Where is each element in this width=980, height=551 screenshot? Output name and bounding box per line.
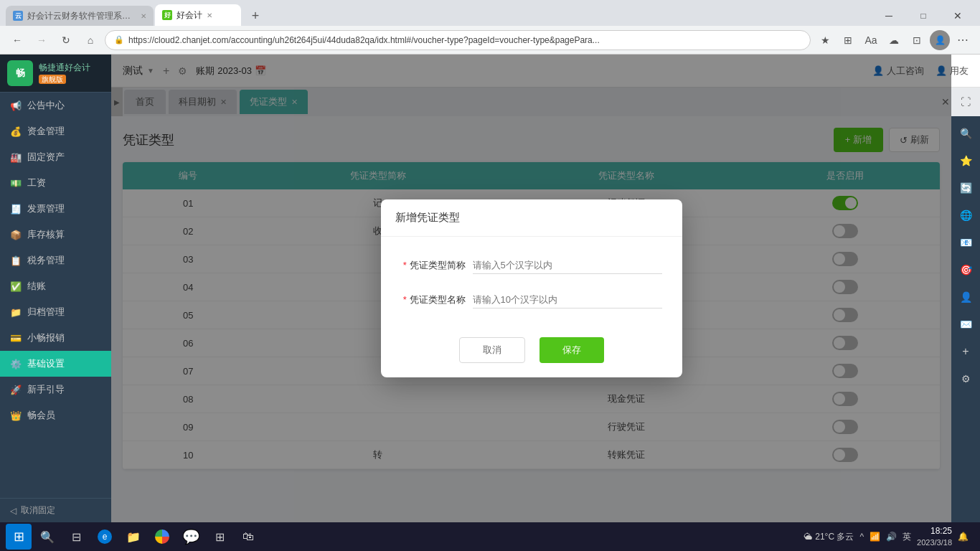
- sidebar-item-archive[interactable]: 📁 归档管理: [0, 299, 111, 325]
- taskbar-edge[interactable]: e: [92, 524, 118, 550]
- sidebar: 畅 畅捷通好会计 旗舰版 📢 公告中心 💰 资金管理 🏭 固定资产 💵 工资: [0, 55, 111, 522]
- cancel-button[interactable]: 取消: [459, 337, 525, 363]
- browser-chrome: 云 好会计云财务软件管理系统_会计 ✕ 好 好会计 ✕ + ─ □ ✕: [0, 0, 980, 26]
- panel-star-btn[interactable]: ⭐: [954, 149, 977, 172]
- back-button[interactable]: ←: [7, 30, 27, 50]
- sidebar-logo: 畅 畅捷通好会计 旗舰版: [0, 55, 111, 93]
- refresh-button[interactable]: ↻: [56, 30, 76, 50]
- taskbar-sound: 🔊: [886, 532, 897, 542]
- sidebar-item-payroll[interactable]: 💵 工资: [0, 170, 111, 196]
- short-input[interactable]: [473, 257, 662, 274]
- taskbar-arrow[interactable]: ^: [859, 532, 864, 542]
- taskbar-time-block: 18:25 2023/3/18: [917, 525, 952, 548]
- panel-globe-btn[interactable]: 🌐: [954, 204, 977, 227]
- invoices-label: 发票管理: [27, 202, 65, 215]
- tab2-close[interactable]: ✕: [207, 11, 212, 19]
- guide-label: 新手引导: [27, 383, 65, 396]
- fixed-assets-icon: 🏭: [10, 152, 22, 163]
- tab1-favicon: 云: [13, 11, 23, 21]
- save-button[interactable]: 保存: [540, 337, 604, 363]
- taskbar-date: 2023/3/18: [917, 537, 952, 548]
- browser-extensions: ★ ⊞ Aa ☁ ⊡ 👤 ⋯: [815, 30, 973, 50]
- sidebar-item-fixed-assets[interactable]: 🏭 固定资产: [0, 144, 111, 170]
- modal: 新增凭证类型 * 凭证类型简称 * 凭证类型名称 取消 保存: [381, 199, 682, 377]
- taskbar-search[interactable]: 🔍: [34, 524, 60, 550]
- cancel-pin-label: 取消固定: [21, 504, 55, 517]
- taskbar-apps[interactable]: ⊞: [207, 524, 232, 550]
- sidebar-item-guide[interactable]: 🚀 新手引导: [0, 377, 111, 402]
- tab1-close[interactable]: ✕: [141, 12, 146, 20]
- tab2-favicon: 好: [162, 10, 172, 20]
- sidebar-item-expense[interactable]: 💳 小畅报销: [0, 325, 111, 351]
- sidebar-bottom[interactable]: ◁ 取消固定: [0, 498, 111, 522]
- panel-user-btn[interactable]: 👤: [954, 286, 977, 309]
- name-input[interactable]: [473, 291, 662, 309]
- archive-label: 归档管理: [27, 306, 65, 319]
- pin-icon: ◁: [10, 506, 17, 516]
- minimize-button[interactable]: ─: [872, 6, 905, 26]
- new-tab-button[interactable]: +: [245, 6, 265, 26]
- sidebar-item-settlement[interactable]: ✅ 结账: [0, 273, 111, 299]
- ext-btn-4[interactable]: ☁: [884, 30, 904, 50]
- panel-outlook-btn[interactable]: 📧: [954, 231, 977, 254]
- form-row-name: * 凭证类型名称: [401, 291, 662, 309]
- logo-icon: 畅: [7, 60, 33, 86]
- inventory-icon: 📦: [10, 230, 22, 240]
- funds-label: 资金管理: [27, 125, 65, 138]
- right-panel: 🔍 ⭐ 🔄 🌐 📧 🎯 👤 ✉️ + ⚙: [951, 116, 980, 522]
- ext-btn-3[interactable]: Aa: [861, 30, 881, 50]
- browser-tab-active[interactable]: 好 好会计 ✕: [155, 4, 241, 26]
- announcements-icon: 📢: [10, 100, 22, 111]
- ext-btn-1[interactable]: ★: [815, 30, 835, 50]
- sidebar-item-settings[interactable]: ⚙️ 基础设置: [0, 351, 111, 377]
- panel-msg-btn[interactable]: ✉️: [954, 313, 977, 336]
- panel-sync-btn[interactable]: 🔄: [954, 176, 977, 199]
- panel-expand-btn[interactable]: ⛶: [957, 93, 974, 110]
- sidebar-item-funds[interactable]: 💰 资金管理: [0, 118, 111, 144]
- taskbar-signal: 📶: [870, 532, 880, 542]
- taskbar-wechat[interactable]: 💬: [178, 524, 204, 550]
- panel-add-btn[interactable]: +: [954, 340, 977, 363]
- form-short-label: * 凭证类型简称: [401, 259, 466, 272]
- panel-settings-btn[interactable]: ⚙: [954, 367, 977, 390]
- tab1-title: 好会计云财务软件管理系统_会计: [27, 10, 135, 22]
- address-input[interactable]: 🔒 https://cloud2.chanjet.com/accounting/…: [105, 30, 811, 50]
- modal-header: 新增凭证类型: [381, 199, 682, 237]
- taskbar-files[interactable]: 📁: [121, 524, 146, 550]
- panel-search-btn[interactable]: 🔍: [954, 122, 977, 145]
- window-controls: ─ □ ✕: [872, 6, 974, 26]
- sidebar-item-tax[interactable]: 📋 税务管理: [0, 248, 111, 273]
- taskbar-view[interactable]: ⊟: [63, 524, 89, 550]
- payroll-icon: 💵: [10, 178, 22, 189]
- start-button[interactable]: ⊞: [6, 524, 32, 550]
- maximize-button[interactable]: □: [907, 6, 940, 26]
- ext-btn-2[interactable]: ⊞: [838, 30, 858, 50]
- logo-text: 畅捷通好会计: [39, 62, 90, 74]
- forward-button[interactable]: →: [32, 30, 52, 50]
- panel-target-btn[interactable]: 🎯: [954, 258, 977, 281]
- weather-icon: 🌥: [804, 532, 812, 542]
- settlement-icon: ✅: [10, 281, 22, 292]
- close-button[interactable]: ✕: [941, 6, 974, 26]
- user-label: 用友: [950, 65, 969, 77]
- home-button[interactable]: ⌂: [80, 30, 100, 50]
- taskbar-lang[interactable]: 英: [903, 531, 911, 543]
- taskbar-chrome[interactable]: [149, 524, 175, 550]
- taskbar-time: 18:25: [917, 525, 952, 537]
- logo-badge: 旗舰版: [39, 75, 66, 84]
- expense-label: 小畅报销: [27, 331, 65, 344]
- settings-label: 基础设置: [27, 357, 65, 370]
- sidebar-item-member[interactable]: 👑 畅会员: [0, 402, 111, 428]
- more-btn[interactable]: ⋯: [953, 30, 973, 50]
- browser-tab-inactive[interactable]: 云 好会计云财务软件管理系统_会计 ✕: [6, 6, 154, 26]
- sidebar-item-inventory[interactable]: 📦 库存核算: [0, 222, 111, 248]
- taskbar-notification[interactable]: 🔔: [958, 532, 969, 542]
- sidebar-item-announcements[interactable]: 📢 公告中心: [0, 93, 111, 118]
- sidebar-item-invoices[interactable]: 🧾 发票管理: [0, 196, 111, 222]
- ext-btn-5[interactable]: ⊡: [907, 30, 927, 50]
- guide-icon: 🚀: [10, 385, 22, 395]
- taskbar-store[interactable]: 🛍: [235, 524, 261, 550]
- modal-overlay: 新增凭证类型 * 凭证类型简称 * 凭证类型名称 取消 保存: [111, 55, 951, 522]
- profile-btn[interactable]: 👤: [930, 30, 950, 50]
- taskbar-right: 🌥 21°C 多云 ^ 📶 🔊 英 18:25 2023/3/18 🔔: [804, 525, 974, 548]
